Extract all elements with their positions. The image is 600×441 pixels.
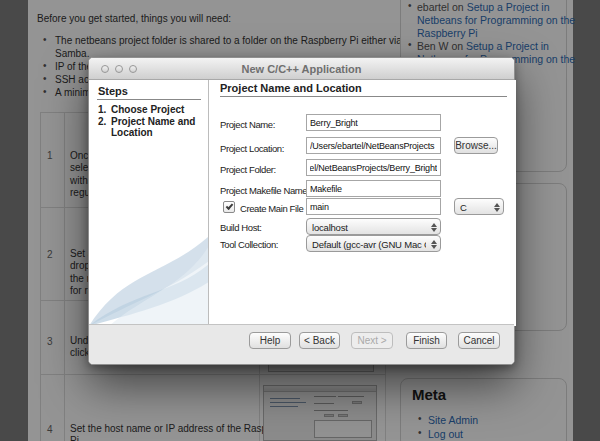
project-form-panel: Project Name and Location Project Name: … xyxy=(210,80,516,326)
project-location-input[interactable] xyxy=(306,137,441,154)
cancel-button[interactable]: Cancel xyxy=(458,332,500,349)
makefile-name-input[interactable] xyxy=(306,180,441,197)
tool-collection-select[interactable]: Default (gcc-avr (GNU Mac Co... xyxy=(306,235,441,252)
create-main-file-checkbox[interactable] xyxy=(223,201,235,213)
popup-arrows-icon xyxy=(494,203,500,212)
wizard-steps-panel: Steps 1.Choose Project 2. Project Name a… xyxy=(89,80,209,326)
steps-header: Steps xyxy=(98,85,128,97)
dialog-titlebar[interactable]: New C/C++ Application xyxy=(89,58,514,80)
wizard-step-2: 2. xyxy=(98,116,111,127)
steps-rule xyxy=(97,99,201,100)
build-host-label: Build Host: xyxy=(220,222,262,233)
dialog-title: New C/C++ Application xyxy=(89,63,514,75)
create-main-file-label: Create Main File xyxy=(240,203,303,214)
wizard-step-2-label: Project Name and Location xyxy=(111,116,203,138)
finish-button[interactable]: Finish xyxy=(406,332,447,349)
next-button[interactable]: Next > xyxy=(351,332,393,349)
makefile-name-label: Project Makefile Name: xyxy=(220,185,309,196)
popup-arrows-icon xyxy=(431,240,437,249)
build-host-select[interactable]: localhost xyxy=(306,218,441,235)
project-name-label: Project Name: xyxy=(220,119,275,130)
checkmark-icon xyxy=(226,202,234,210)
dialog-button-bar: Help < Back Next > Finish Cancel xyxy=(89,324,514,364)
netbeans-watermark-icon xyxy=(89,216,209,326)
browse-button[interactable]: Browse... xyxy=(454,137,498,154)
browser-viewport: Before you get started, things you will … xyxy=(0,0,600,441)
new-project-dialog: New C/C++ Application Steps 1.Choose Pro… xyxy=(88,57,515,365)
project-folder-input[interactable] xyxy=(306,159,441,176)
section-rule xyxy=(220,96,507,97)
project-folder-label: Project Folder: xyxy=(220,164,276,175)
main-file-input[interactable] xyxy=(306,198,441,215)
project-location-label: Project Location: xyxy=(220,143,284,154)
help-button[interactable]: Help xyxy=(249,332,291,349)
tool-collection-label: Tool Collection: xyxy=(220,239,278,250)
language-select[interactable]: C xyxy=(454,198,504,215)
back-button[interactable]: < Back xyxy=(299,332,340,349)
wizard-step-1: 1.Choose Project xyxy=(98,104,184,115)
popup-arrows-icon xyxy=(431,223,437,232)
section-header: Project Name and Location xyxy=(220,82,362,94)
project-name-input[interactable] xyxy=(306,114,441,131)
